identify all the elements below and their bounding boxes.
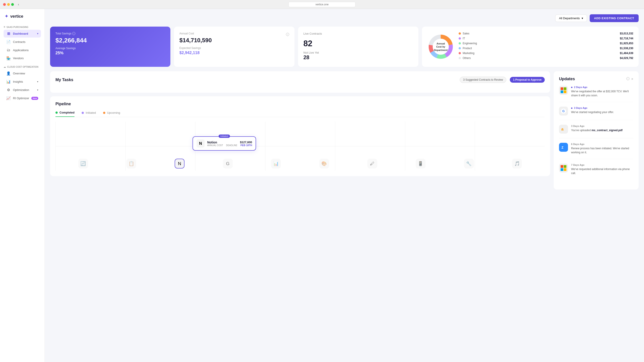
updates-card: Updates i × 2 Days Ago We've negotiated …: [554, 71, 639, 189]
update-content-3: 3 Days Ago You've uploaded ms_contract_s…: [571, 125, 633, 134]
contracts-icon: 📄: [6, 40, 11, 44]
svg-rect-14: [560, 165, 563, 168]
contract-values: $127,600 FEB 18TH: [240, 141, 252, 147]
legend-sales: Sales $3,013,332: [459, 32, 633, 35]
pipeline-card: Pipeline Completed Initiated Upcoming: [50, 96, 550, 176]
pipeline-title: Pipeline: [56, 102, 545, 106]
close-dot[interactable]: [3, 3, 6, 6]
sidebar-item-dashboard[interactable]: ⊞ Dashboard ▾: [4, 30, 41, 37]
update-time-4: 6 Days Ago: [571, 143, 633, 145]
contract-popup[interactable]: Initiated N Notion ANNUAL COST DEADLINE: [192, 136, 256, 151]
live-contracts-card: Live Contracts 82 Not Live Yet 28: [298, 26, 418, 67]
app-icon-5: 📊: [271, 159, 281, 168]
sidebar-item-applications[interactable]: 🗂 Applications: [4, 46, 41, 54]
update-item-3: a 3 Days Ago You've uploaded ms_contract…: [559, 125, 633, 138]
tab-completed[interactable]: Completed: [56, 111, 74, 117]
ms-logo-1: [559, 86, 568, 95]
updates-info-icon[interactable]: i: [626, 77, 630, 80]
update-content-5: 7 Days Ago We've requested additional in…: [571, 164, 633, 175]
not-live-value: 28: [304, 54, 413, 60]
contract-info: Notion ANNUAL COST DEADLINE: [207, 141, 238, 147]
sidebar-item-vendors[interactable]: 🏪 Vendors: [4, 54, 41, 62]
logo-text: vertice: [10, 14, 23, 19]
cards-row: Total Savings i $2,266,844 Average Savin…: [50, 26, 639, 67]
main-content: All Departments ▾ ADD EXISTING CONTRACT …: [45, 9, 644, 362]
update-text-4: Renew process has been initiated. We've …: [571, 146, 633, 154]
tab-initiated[interactable]: Initiated: [82, 111, 96, 117]
savings-label: Total Savings i: [56, 32, 165, 35]
app-icon-2: 📋: [126, 159, 136, 168]
cloud-label: ☁ Cloud Cost Optimization: [4, 66, 41, 68]
annual-cost-dept-card: AnnualCost byDepartment Sales $3,013,332…: [422, 26, 639, 67]
update-text-1: We've negotiated the offer at $32,000 TC…: [571, 89, 633, 97]
dot-1: [571, 87, 572, 88]
sidebar-item-ri-optimizer[interactable]: 📈 RI Optimizer New: [4, 94, 41, 102]
logo: ✦ vertice: [0, 13, 44, 24]
tasks-card: My Tasks 3 Suggested Contracts to Review…: [50, 71, 550, 93]
sidebar-item-optimization[interactable]: ⚙ Optimization ▾: [4, 86, 41, 94]
cloud-section: ☁ Cloud Cost Optimization 👤 Overview 📊 I…: [0, 64, 44, 104]
sidebar-item-insights[interactable]: 📊 Insights ▾: [4, 78, 41, 86]
contract-labels: ANNUAL COST DEADLINE: [207, 144, 238, 147]
update-content-1: 2 Days Ago We've negotiated the offer at…: [571, 86, 633, 97]
expected-savings-label: Expected Savings: [179, 46, 212, 50]
sidebar-item-overview[interactable]: 👤 Overview: [4, 69, 41, 77]
tab-upcoming[interactable]: Upcoming: [103, 111, 120, 117]
optimization-icon: ⚙: [6, 88, 11, 92]
minimize-dot[interactable]: [7, 3, 10, 6]
savings-value: $2,266,844: [56, 37, 165, 44]
svg-rect-16: [560, 168, 563, 171]
avg-savings-value: 25%: [56, 51, 165, 55]
tasks-title: My Tasks: [56, 77, 73, 82]
annual-cost-label: Annual Cost: [179, 32, 212, 35]
completed-dot: [56, 111, 58, 114]
legend-engineering: Engineering $1,925,853: [459, 42, 633, 45]
app-icon-10: 🎵: [512, 159, 522, 168]
sidebar-item-contracts[interactable]: 📄 Contracts: [4, 38, 41, 46]
app-icon-9: 🔧: [464, 159, 474, 168]
insights-chevron: ▾: [37, 80, 38, 83]
update-time-3: 3 Days Ago: [571, 125, 633, 127]
updates-title: Updates: [559, 77, 575, 81]
zoom-logo: Z: [559, 143, 568, 152]
updates-header: Updates i ×: [559, 77, 633, 81]
update-time-2: 3 Days Ago: [571, 107, 633, 109]
donut-chart: AnnualCost byDepartment: [427, 33, 454, 60]
initiated-dot: [82, 112, 84, 114]
app-icons-row: 🔄 📋 N G 📊 🎨 🖊 📱 🔧 🎵: [56, 159, 545, 168]
update-text-3: You've uploaded ms_contract_signed.pdf: [571, 128, 633, 132]
notion-logo: N: [196, 139, 204, 147]
proposal-approve-button[interactable]: 1 Proposal to Approve: [510, 77, 545, 83]
app-icon-1[interactable]: 🔄: [78, 159, 88, 168]
department-selector[interactable]: All Departments ▾: [555, 14, 587, 22]
update-text-5: We've requested additional information v…: [571, 167, 633, 175]
legend-others: Others $4,029,792: [459, 56, 633, 60]
notion-icon[interactable]: N: [175, 159, 184, 168]
add-contract-button[interactable]: ADD EXISTING CONTRACT: [590, 14, 639, 22]
dept-label: All Departments: [559, 16, 580, 20]
url-bar[interactable]: vertice.one: [288, 2, 356, 7]
maximize-dot[interactable]: [11, 3, 14, 6]
update-content-4: 6 Days Ago Renew process has been initia…: [571, 143, 633, 154]
back-button[interactable]: ‹: [18, 2, 19, 6]
svg-rect-17: [564, 168, 566, 171]
suggested-contracts-button[interactable]: 3 Suggested Contracts to Review: [460, 77, 506, 83]
marketing-dot: [459, 52, 461, 54]
upcoming-dot: [103, 112, 105, 114]
annual-info-icon[interactable]: i: [286, 33, 289, 36]
chevron-down-icon: ▾: [582, 16, 583, 20]
titlebar: ‹ vertice.one: [0, 0, 644, 9]
left-panel: My Tasks 3 Suggested Contracts to Review…: [50, 71, 550, 189]
optimization-chevron: ▾: [37, 89, 38, 91]
live-contracts-label: Live Contracts: [304, 32, 413, 35]
app-icon-google[interactable]: G: [223, 159, 233, 168]
not-live-label: Not Live Yet: [304, 51, 413, 54]
product-dot: [459, 47, 461, 49]
others-dot: [459, 57, 461, 59]
timeline-area: Initiated N Notion ANNUAL COST DEADLINE: [56, 122, 545, 171]
update-item-1: 2 Days Ago We've negotiated the offer at…: [559, 86, 633, 102]
updates-close-icon[interactable]: ×: [631, 77, 633, 81]
url-text: vertice.one: [316, 3, 329, 6]
info-icon[interactable]: i: [72, 32, 75, 35]
timeline-line: [56, 146, 545, 146]
